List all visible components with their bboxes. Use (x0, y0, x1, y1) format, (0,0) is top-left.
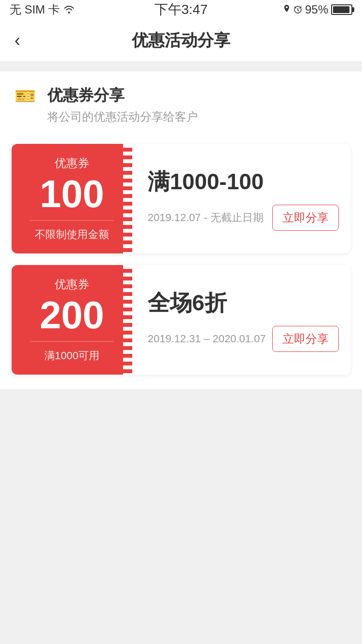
battery-icon (331, 4, 352, 15)
carrier-text: 无 SIM 卡 (10, 2, 60, 17)
coupon-divider-1 (30, 220, 114, 221)
wifi-icon (64, 3, 74, 16)
coupon-date-1: 2019.12.07 - 无截止日期 (148, 210, 264, 225)
coupon-meta-2: 2019.12.31 – 2020.01.07 立即分享 (148, 326, 339, 352)
location-icon (283, 3, 291, 16)
status-bar: 无 SIM 卡 下午3:47 95% (0, 0, 362, 19)
section-subtitle: 将公司的优惠活动分享给客户 (47, 109, 198, 125)
coupon-name-2: 全场6折 (148, 288, 339, 318)
page-title: 优惠活动分享 (132, 29, 230, 52)
back-button[interactable]: ‹ (14, 30, 20, 51)
coupon-name-1: 满1000-100 (148, 167, 339, 197)
coupon-amount-1: 100 (40, 175, 104, 213)
battery-percentage: 95% (305, 3, 328, 16)
coupon-amount-2: 200 (40, 296, 104, 335)
coupon-list: 优惠券 100 不限制使用金额 满1000-100 2019.12.07 - 无… (0, 134, 362, 389)
section-header: 🎫 优惠券分享 将公司的优惠活动分享给客户 (0, 71, 362, 134)
status-right: 95% (283, 3, 352, 16)
status-left: 无 SIM 卡 (10, 2, 74, 17)
share-button-2[interactable]: 立即分享 (272, 326, 339, 352)
section-info: 优惠券分享 将公司的优惠活动分享给客户 (47, 85, 198, 125)
coupon-condition-1: 不限制使用金额 (35, 227, 109, 242)
coupon-left-2: 优惠券 200 满1000可用 (12, 265, 132, 375)
coupon-right-2: 全场6折 2019.12.31 – 2020.01.07 立即分享 (132, 265, 350, 375)
nav-bar: ‹ 优惠活动分享 (0, 19, 362, 62)
coupon-right-1: 满1000-100 2019.12.07 - 无截止日期 立即分享 (132, 144, 350, 253)
bottom-background (0, 389, 362, 644)
section-title: 优惠券分享 (47, 85, 198, 106)
coupon-date-2: 2019.12.31 – 2020.01.07 (148, 333, 266, 345)
share-button-1[interactable]: 立即分享 (272, 205, 339, 231)
coupon-label-2: 优惠券 (55, 277, 89, 292)
coupon-card-2: 优惠券 200 满1000可用 全场6折 2019.12.31 – 2020.0… (12, 265, 350, 375)
coupon-divider-2 (30, 341, 114, 342)
coupon-card: 优惠券 100 不限制使用金额 满1000-100 2019.12.07 - 无… (12, 144, 350, 253)
coupon-label-1: 优惠券 (55, 155, 89, 171)
coupon-left-1: 优惠券 100 不限制使用金额 (12, 144, 132, 253)
coupon-condition-2: 满1000可用 (44, 349, 100, 363)
coupon-meta-1: 2019.12.07 - 无截止日期 立即分享 (148, 205, 339, 231)
alarm-icon (293, 3, 302, 16)
section-icon: 🎫 (14, 86, 40, 111)
status-time: 下午3:47 (154, 0, 208, 19)
section-gap (0, 62, 362, 71)
